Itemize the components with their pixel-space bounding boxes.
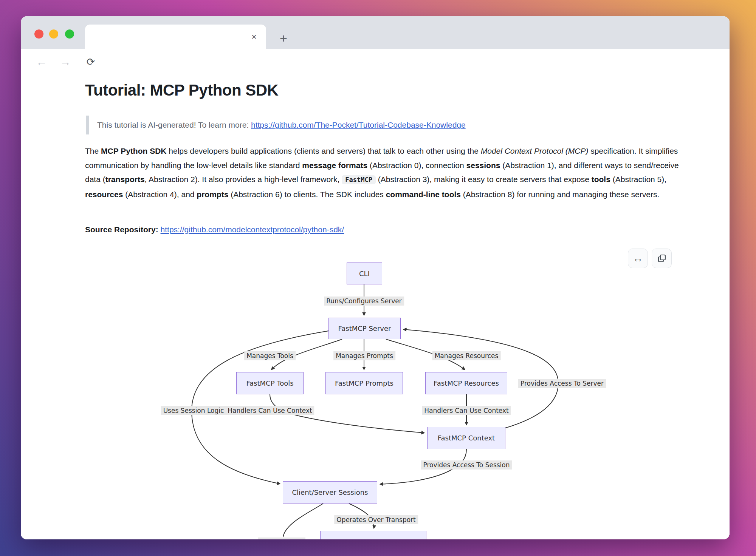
edge-label-handlers-context-right: Handlers Can Use Context xyxy=(422,406,511,415)
edge-label-uses-session-logic: Uses Session Logic xyxy=(161,406,226,415)
node-cli: CLI xyxy=(347,263,382,284)
node-fastmcp-tools: FastMCP Tools xyxy=(236,372,304,394)
node-fastmcp-resources: FastMCP Resources xyxy=(425,372,507,394)
minimize-window-button[interactable] xyxy=(49,29,58,39)
node-transport-cutoff xyxy=(320,531,426,539)
source-repository-line: Source Repository: https://github.com/mo… xyxy=(85,225,344,234)
maximize-window-button[interactable] xyxy=(65,29,74,39)
edge-label-operates-over-transport: Operates Over Transport xyxy=(334,515,418,524)
edge-label-manages-prompts: Manages Prompts xyxy=(333,351,395,360)
close-window-button[interactable] xyxy=(34,29,43,39)
blockquote: This tutorial is AI-generated! To learn … xyxy=(86,116,466,134)
edge-label-cutoff xyxy=(258,537,305,539)
page-title: Tutorial: MCP Python SDK xyxy=(85,81,278,99)
tab-close-icon[interactable]: ✕ xyxy=(249,32,259,42)
edge-label-manages-resources: Manages Resources xyxy=(432,351,501,360)
blockquote-bar xyxy=(86,116,89,134)
node-fastmcp-prompts: FastMCP Prompts xyxy=(325,372,403,394)
back-icon[interactable]: ← xyxy=(33,49,50,76)
source-repository-label: Source Repository: xyxy=(85,225,158,234)
edge-label-handlers-context-left: Handlers Can Use Context xyxy=(225,406,314,415)
new-tab-button[interactable]: + xyxy=(275,30,292,47)
edge-label-runs-configures-server: Runs/Configures Server xyxy=(324,297,404,306)
edge-label-manages-tools: Manages Tools xyxy=(244,351,296,360)
source-repository-link[interactable]: https://github.com/modelcontextprotocol/… xyxy=(161,225,344,234)
tutorial-link[interactable]: https://github.com/The-Pocket/Tutorial-C… xyxy=(251,120,466,129)
browser-window: ✕ + ← → ⟳ ⋮ Tutorial: MCP Python SDK Thi… xyxy=(21,16,730,539)
diagram-expand-button[interactable]: ↔ xyxy=(628,249,648,268)
node-fastmcp-server: FastMCP Server xyxy=(328,318,401,339)
edge-label-provides-access-server: Provides Access To Server xyxy=(518,379,606,388)
node-fastmcp-context: FastMCP Context xyxy=(427,427,505,449)
edge-label-provides-access-session: Provides Access To Session xyxy=(421,460,512,470)
forward-icon[interactable]: → xyxy=(57,49,74,76)
blockquote-text: This tutorial is AI-generated! To learn … xyxy=(97,120,466,130)
browser-toolbar: ← → ⟳ ⋮ xyxy=(21,49,730,76)
title-divider xyxy=(85,109,680,109)
node-client-server-sessions: Client/Server Sessions xyxy=(283,481,377,503)
expand-arrows-icon: ↔ xyxy=(633,252,643,264)
diagram-copy-button[interactable] xyxy=(652,249,672,268)
intro-paragraph: The MCP Python SDK helps developers buil… xyxy=(85,144,679,201)
reload-icon[interactable]: ⟳ xyxy=(82,49,99,76)
page-content: Tutorial: MCP Python SDK This tutorial i… xyxy=(21,76,730,539)
tab-bar: ✕ + xyxy=(21,16,730,49)
copy-icon xyxy=(657,254,666,263)
blockquote-label: This tutorial is AI-generated! To learn … xyxy=(97,120,251,129)
fastmcp-code-pill: FastMCP xyxy=(342,175,376,184)
browser-tab[interactable]: ✕ xyxy=(85,25,266,49)
